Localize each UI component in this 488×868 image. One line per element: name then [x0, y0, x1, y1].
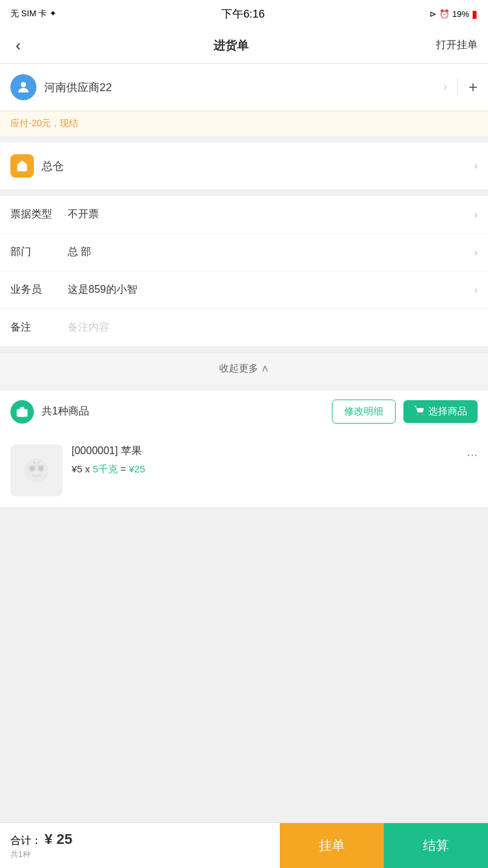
open-pending-button[interactable]: 打开挂单: [436, 38, 478, 52]
salesperson-chevron-icon: ›: [474, 284, 478, 296]
salesperson-value: 这是859的小智: [62, 283, 472, 297]
supplier-name: 河南供应商22: [44, 80, 441, 95]
remark-label: 备注: [10, 321, 62, 334]
quantity: 5千克: [93, 463, 118, 474]
department-value: 总 部: [62, 245, 472, 259]
product-code: [0000001]: [72, 445, 118, 456]
status-time: 下午6:16: [221, 7, 265, 21]
svg-point-0: [21, 82, 26, 87]
bottom-bar: 合计： ¥ 25 共1种 挂单 结算: [0, 822, 488, 868]
salesperson-row[interactable]: 业务员 这是859的小智 ›: [0, 271, 488, 308]
select-product-label: 选择商品: [428, 405, 467, 418]
product-more-button[interactable]: ···: [467, 444, 478, 465]
collapse-text: 收起更多 ∧: [219, 362, 269, 373]
department-label: 部门: [10, 245, 62, 259]
multiply-sign: x: [85, 463, 93, 474]
supplier-row[interactable]: 河南供应商22 › +: [0, 64, 488, 111]
battery-percent: 19%: [452, 9, 469, 19]
alarm-icon: ⏰: [439, 9, 450, 19]
unit-price: ¥5: [72, 463, 83, 474]
invoice-type-row[interactable]: 票据类型 不开票 ›: [0, 196, 488, 233]
product-info: [0000001] 苹果 ¥5 x 5千克 = ¥25: [72, 444, 457, 476]
notice-text: 应付-20元，现结: [10, 118, 78, 128]
subtotal: ¥25: [129, 463, 145, 474]
status-battery: ⊳ ⏰ 19% ▮: [429, 8, 478, 20]
product-count: 共1种商品: [42, 405, 324, 418]
warehouse-chevron-icon: ›: [474, 160, 478, 172]
add-supplier-button[interactable]: +: [468, 78, 478, 96]
svg-point-4: [25, 459, 49, 483]
page-title: 进货单: [213, 38, 249, 53]
collapse-button[interactable]: 收起更多 ∧: [0, 353, 488, 384]
remark-placeholder: 备注内容: [62, 321, 478, 334]
svg-point-8: [39, 467, 42, 470]
products-section: 共1种商品 修改明细 选择商品: [0, 390, 488, 507]
supplier-card: 河南供应商22 › + 应付-20元，现结: [0, 64, 488, 136]
battery-icon: ▮: [472, 8, 478, 20]
status-bar: 无 SIM 卡 ✦ 下午6:16 ⊳ ⏰ 19% ▮: [0, 0, 488, 27]
status-signal: 无 SIM 卡 ✦: [10, 8, 57, 20]
select-product-button[interactable]: 选择商品: [403, 400, 478, 423]
product-icon: [10, 400, 34, 424]
equals-sign: =: [120, 463, 129, 474]
supplier-avatar: [10, 74, 36, 100]
cart-icon: [414, 405, 424, 418]
remark-row[interactable]: 备注 备注内容: [0, 308, 488, 346]
main-content: 河南供应商22 › + 应付-20元，现结 总仓 › 票据类型 不开票: [0, 64, 488, 565]
supplier-chevron-icon: ›: [444, 81, 447, 93]
product-thumbnail: [10, 444, 62, 496]
total-count: 共1种: [10, 849, 269, 860]
svg-point-7: [31, 467, 34, 470]
total-label: 合计：: [10, 835, 42, 846]
divider: [457, 78, 458, 96]
warehouse-name: 总仓: [42, 159, 472, 174]
product-price: ¥5 x 5千克 = ¥25: [72, 463, 457, 476]
product-header: 共1种商品 修改明细 选择商品: [0, 390, 488, 433]
warehouse-card: 总仓 ›: [0, 142, 488, 189]
department-row[interactable]: 部门 总 部 ›: [0, 233, 488, 271]
warehouse-row[interactable]: 总仓 ›: [0, 142, 488, 189]
product-name: [0000001] 苹果: [72, 444, 457, 458]
svg-point-2: [417, 414, 418, 414]
back-button[interactable]: ‹: [10, 31, 26, 60]
nav-bar: ‹ 进货单 打开挂单: [0, 27, 488, 64]
invoice-type-value: 不开票: [62, 208, 472, 221]
salesperson-label: 业务员: [10, 283, 62, 297]
notice-bar: 应付-20元，现结: [0, 111, 488, 136]
checkout-button[interactable]: 结算: [384, 823, 488, 868]
modify-detail-button[interactable]: 修改明细: [332, 400, 396, 424]
product-item: [0000001] 苹果 ¥5 x 5千克 = ¥25 ···: [0, 434, 488, 507]
location-icon: ⊳: [429, 9, 437, 19]
department-chevron-icon: ›: [474, 247, 478, 258]
warehouse-icon: [10, 154, 34, 178]
total-section: 合计： ¥ 25 共1种: [0, 823, 280, 868]
invoice-type-label: 票据类型: [10, 208, 62, 221]
svg-point-3: [422, 414, 423, 414]
total-amount: ¥ 25: [44, 831, 72, 847]
hold-order-button[interactable]: 挂单: [280, 823, 384, 868]
invoice-type-chevron-icon: ›: [474, 209, 478, 221]
form-card: 票据类型 不开票 › 部门 总 部 › 业务员 这是859的小智 › 备注 备注…: [0, 196, 488, 346]
product-title: 苹果: [121, 445, 142, 456]
